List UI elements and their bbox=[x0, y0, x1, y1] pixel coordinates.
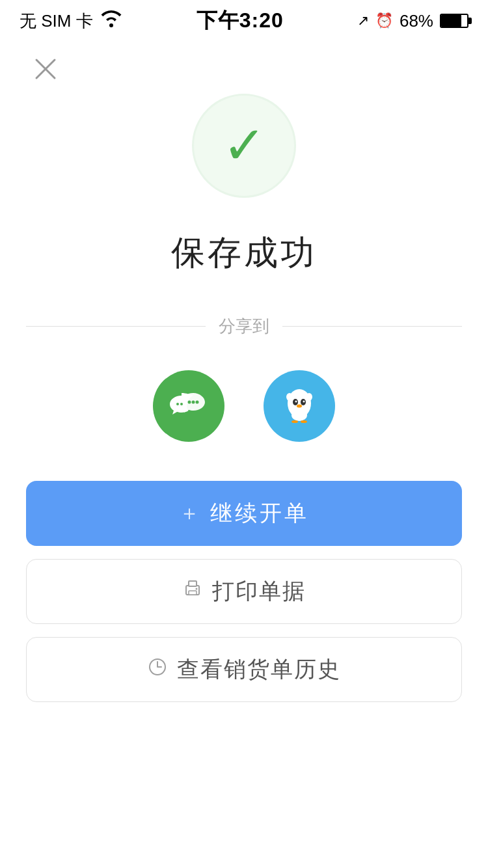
share-section: 分享到 bbox=[0, 315, 488, 442]
share-label: 分享到 bbox=[219, 315, 269, 338]
continue-button-label: 继续开单 bbox=[210, 498, 309, 528]
wechat-icon bbox=[169, 389, 209, 423]
history-button-label: 查看销货单历史 bbox=[177, 655, 341, 685]
svg-point-18 bbox=[286, 393, 293, 401]
svg-point-16 bbox=[291, 420, 298, 423]
share-icons bbox=[26, 370, 462, 442]
plus-icon: ＋ bbox=[179, 499, 201, 528]
alarm-icon: ⏰ bbox=[375, 12, 393, 29]
svg-point-5 bbox=[196, 401, 199, 404]
svg-point-7 bbox=[180, 403, 183, 405]
history-icon bbox=[147, 657, 168, 683]
continue-button[interactable]: ＋ 继续开单 bbox=[26, 481, 462, 546]
history-button[interactable]: 查看销货单历史 bbox=[26, 637, 462, 702]
svg-point-19 bbox=[306, 393, 312, 401]
print-icon bbox=[182, 578, 203, 604]
svg-rect-22 bbox=[189, 591, 197, 595]
status-bar: 无 SIM 卡 下午3:20 ↗ ⏰ 68% bbox=[0, 0, 488, 42]
status-left: 无 SIM 卡 bbox=[20, 10, 123, 33]
svg-point-6 bbox=[176, 403, 179, 405]
close-button[interactable] bbox=[29, 52, 62, 86]
main-content: ✓ 保存成功 分享到 bbox=[0, 42, 488, 702]
svg-point-4 bbox=[192, 401, 195, 404]
print-button[interactable]: 打印单据 bbox=[26, 559, 462, 624]
status-time: 下午3:20 bbox=[197, 7, 284, 35]
svg-point-3 bbox=[188, 401, 191, 404]
svg-point-17 bbox=[301, 420, 307, 423]
svg-rect-21 bbox=[189, 581, 197, 586]
no-sim-text: 无 SIM 卡 bbox=[20, 10, 93, 33]
battery-text: 68% bbox=[400, 11, 433, 31]
qq-icon bbox=[280, 385, 319, 427]
success-title: 保存成功 bbox=[171, 230, 317, 276]
battery-icon bbox=[440, 14, 468, 28]
svg-point-13 bbox=[303, 401, 305, 403]
success-icon-circle: ✓ bbox=[192, 94, 296, 198]
print-button-label: 打印单据 bbox=[212, 576, 306, 606]
checkmark-icon: ✓ bbox=[223, 120, 266, 172]
status-right: ↗ ⏰ 68% bbox=[357, 11, 468, 31]
share-divider: 分享到 bbox=[26, 315, 462, 338]
svg-point-12 bbox=[295, 401, 297, 403]
action-buttons: ＋ 继续开单 打印单据 查看销货单历史 bbox=[0, 481, 488, 702]
wifi-icon bbox=[100, 10, 123, 32]
location-icon: ↗ bbox=[357, 12, 369, 29]
svg-point-23 bbox=[196, 588, 198, 590]
wechat-share-button[interactable] bbox=[153, 370, 224, 442]
qq-share-button[interactable] bbox=[264, 370, 335, 442]
svg-point-15 bbox=[291, 409, 307, 421]
svg-point-14 bbox=[297, 405, 302, 408]
